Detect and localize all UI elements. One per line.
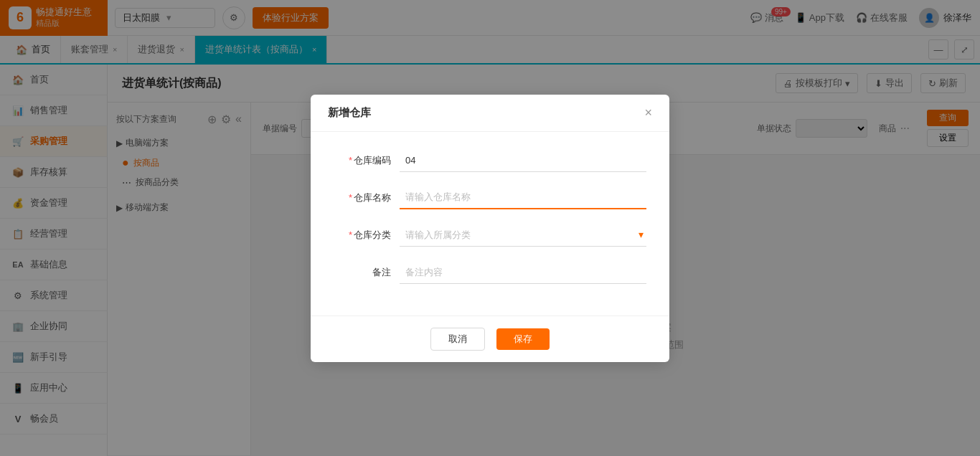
required-star: * <box>349 155 352 166</box>
modal-close-button[interactable]: × <box>644 106 652 119</box>
modal-header: 新增仓库 × <box>311 95 669 132</box>
modal-body: *仓库编码 *仓库名称 *仓库分类 请输入所属分类 <box>311 132 669 315</box>
remark-input[interactable] <box>400 261 646 284</box>
remark-label: 备注 <box>334 266 391 279</box>
warehouse-name-input[interactable] <box>400 186 646 209</box>
modal-footer: 取消 保存 <box>311 315 669 362</box>
form-row-warehouse-name: *仓库名称 <box>334 186 646 209</box>
warehouse-category-label: *仓库分类 <box>334 229 391 242</box>
warehouse-code-input[interactable] <box>400 149 646 172</box>
modal-overlay[interactable]: 新增仓库 × *仓库编码 *仓库名称 *仓库分类 <box>0 0 980 456</box>
form-row-warehouse-code: *仓库编码 <box>334 149 646 172</box>
modal-title: 新增仓库 <box>328 106 371 120</box>
form-row-warehouse-category: *仓库分类 请输入所属分类 ▾ <box>334 224 646 247</box>
warehouse-category-select-wrapper: 请输入所属分类 ▾ <box>400 224 646 247</box>
required-star-category: * <box>349 229 352 240</box>
warehouse-name-label: *仓库名称 <box>334 191 391 204</box>
form-row-remark: 备注 <box>334 261 646 284</box>
cancel-button[interactable]: 取消 <box>430 328 485 351</box>
warehouse-code-label: *仓库编码 <box>334 154 391 167</box>
save-button[interactable]: 保存 <box>496 328 550 350</box>
warehouse-category-select[interactable]: 请输入所属分类 <box>400 223 646 246</box>
required-star-name: * <box>349 192 352 203</box>
modal-new-warehouse: 新增仓库 × *仓库编码 *仓库名称 *仓库分类 <box>311 95 669 362</box>
